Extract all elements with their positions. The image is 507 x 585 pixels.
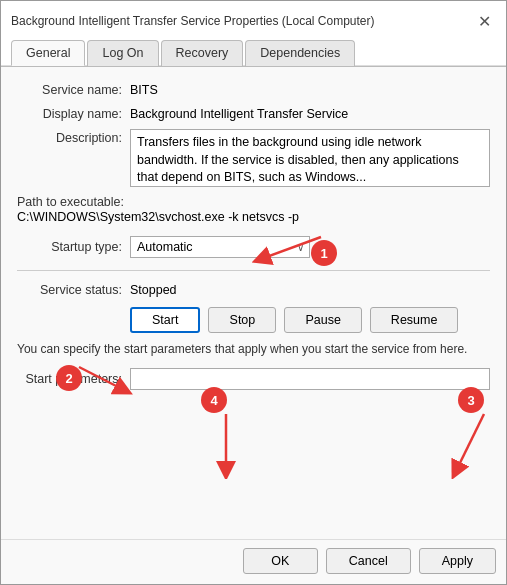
- tab-bar: General Log On Recovery Dependencies: [11, 39, 496, 65]
- startup-row: Startup type: Automatic Automatic (Delay…: [17, 236, 490, 258]
- description-box: Transfers files in the background using …: [130, 129, 490, 187]
- annotation-1: 1: [311, 240, 337, 266]
- service-name-value: BITS: [130, 81, 490, 97]
- display-name-row: Display name: Background Intelligent Tra…: [17, 105, 490, 121]
- tab-recovery[interactable]: Recovery: [161, 40, 244, 66]
- description-row: Description: Transfers files in the back…: [17, 129, 490, 187]
- arrow-4-svg: [206, 409, 266, 479]
- annotation-2: 2: [56, 365, 82, 391]
- stop-button[interactable]: Stop: [208, 307, 276, 333]
- tab-general[interactable]: General: [11, 40, 85, 66]
- startup-label: Startup type:: [17, 240, 122, 254]
- display-name-value: Background Intelligent Transfer Service: [130, 105, 490, 121]
- apply-button[interactable]: Apply: [419, 548, 496, 574]
- status-label: Service status:: [17, 283, 122, 297]
- content: Service name: BITS Display name: Backgro…: [1, 66, 506, 539]
- divider-1: [17, 270, 490, 271]
- cancel-button[interactable]: Cancel: [326, 548, 411, 574]
- ok-button[interactable]: OK: [243, 548, 318, 574]
- path-section: Path to executable: C:\WINDOWS\System32\…: [17, 195, 490, 224]
- service-name-row: Service name: BITS: [17, 81, 490, 97]
- content-area: Service name: BITS Display name: Backgro…: [1, 66, 506, 584]
- bottom-buttons: OK Cancel Apply: [1, 539, 506, 584]
- description-label: Description:: [17, 129, 122, 145]
- params-input[interactable]: [130, 368, 490, 390]
- window-title: Background Intelligent Transfer Service …: [11, 14, 375, 28]
- start-button[interactable]: Start: [130, 307, 200, 333]
- service-buttons: Start Stop Pause Resume: [130, 307, 490, 333]
- svg-line-2: [456, 414, 484, 471]
- status-row: Service status: Stopped: [17, 283, 490, 297]
- hint-text: You can specify the start parameters tha…: [17, 341, 490, 358]
- startup-select[interactable]: Automatic Automatic (Delayed Start) Manu…: [130, 236, 310, 258]
- startup-select-wrapper[interactable]: Automatic Automatic (Delayed Start) Manu…: [130, 236, 310, 258]
- annotation-3: 3: [458, 387, 484, 413]
- path-label: Path to executable:: [17, 195, 490, 209]
- status-value: Stopped: [130, 283, 177, 297]
- path-value: C:\WINDOWS\System32\svchost.exe -k netsv…: [17, 210, 490, 224]
- params-row: Start parameters:: [17, 368, 490, 390]
- arrow-3-svg: [436, 409, 496, 479]
- resume-button[interactable]: Resume: [370, 307, 459, 333]
- tab-dependencies[interactable]: Dependencies: [245, 40, 355, 66]
- pause-button[interactable]: Pause: [284, 307, 361, 333]
- service-name-label: Service name:: [17, 81, 122, 97]
- titlebar: Background Intelligent Transfer Service …: [1, 1, 506, 66]
- properties-window: Background Intelligent Transfer Service …: [0, 0, 507, 585]
- annotation-4: 4: [201, 387, 227, 413]
- tab-logon[interactable]: Log On: [87, 40, 158, 66]
- display-name-label: Display name:: [17, 105, 122, 121]
- close-button[interactable]: ✕: [472, 9, 496, 33]
- description-value: Transfers files in the background using …: [137, 135, 459, 184]
